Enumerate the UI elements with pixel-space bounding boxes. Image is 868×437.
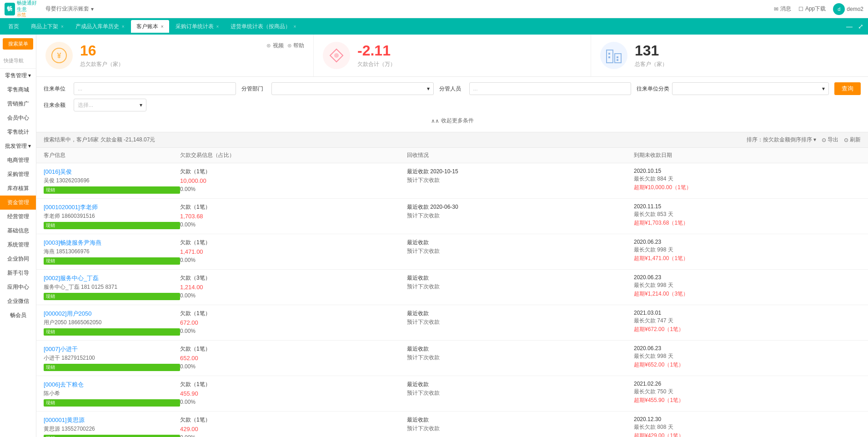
- collapse-button[interactable]: ∧∧ 收起更多条件: [426, 115, 479, 126]
- avatar: d: [833, 3, 845, 15]
- customer-name-link[interactable]: [0001020001]李老师: [44, 203, 180, 211]
- sidebar-item-retail-mall[interactable]: 零售商城: [0, 83, 36, 97]
- refresh-button[interactable]: ⊙ 刷新: [844, 136, 861, 144]
- tab-minimize-btn[interactable]: —: [844, 22, 854, 31]
- next-collection: 预计下次收款: [407, 176, 634, 184]
- sidebar-item-enterprise-collab[interactable]: 企业协同: [0, 252, 36, 266]
- sidebar-search-btn[interactable]: 搜索菜单: [3, 38, 33, 50]
- last-collection: 最近收款: [407, 310, 634, 317]
- overdue-link[interactable]: 超期¥1,471.00（1笔）: [634, 255, 861, 262]
- tab-close-purchase-order[interactable]: ×: [216, 24, 219, 29]
- user-menu[interactable]: d demo2: [833, 3, 863, 15]
- customer-info: [0016]吴俊 吴俊 13026203696 现销: [44, 168, 180, 194]
- overdue-link[interactable]: 超期¥672.00（1笔）: [634, 326, 861, 333]
- overdue-info: 2020.06.23 最长欠款 998 天 超期¥652.00（1笔）: [634, 345, 861, 369]
- stat-video-link[interactable]: ⊙ 视频: [266, 42, 283, 50]
- overdue-info: 2020.06.23 最长欠款 998 天 超期¥1,214.00（3笔）: [634, 274, 861, 298]
- sidebar-item-app-center[interactable]: 应用中心: [0, 280, 36, 294]
- sidebar-item-system[interactable]: 系统管理: [0, 238, 36, 252]
- sidebar-item-basic-info[interactable]: 基础信息: [0, 224, 36, 238]
- customer-name-link[interactable]: [000002]用户2050: [44, 310, 180, 318]
- collection-info: 最近收款 预计下次收款: [407, 239, 634, 255]
- tab-home[interactable]: 首页: [3, 20, 25, 33]
- tab-purchase-stats[interactable]: 进货单统计表（按商品） ×: [225, 20, 301, 33]
- debt-amount: 1,471.00: [180, 248, 407, 255]
- overdue-date: 2020.10.15: [634, 168, 861, 174]
- filter-input-person[interactable]: ...: [469, 82, 632, 95]
- stat-help-link[interactable]: ⊙ 帮助: [287, 42, 304, 50]
- last-collection: 最近收款: [407, 345, 634, 353]
- overdue-link[interactable]: 超期¥1,214.00（3笔）: [634, 290, 861, 298]
- debt-info: 欠款（1笔） 652.00 0.00%: [180, 345, 407, 370]
- sidebar-item-purchase[interactable]: 采购管理: [0, 167, 36, 181]
- sidebar-item-inventory[interactable]: 库存核算: [0, 181, 36, 196]
- customer-tag: 现销: [44, 435, 180, 437]
- sidebar-item-retail-stats[interactable]: 零售统计: [0, 125, 36, 139]
- overdue-days: 最长欠款 998 天: [634, 352, 861, 360]
- sidebar-item-operations[interactable]: 经营管理: [0, 210, 36, 224]
- export-button[interactable]: ⊙ 导出: [822, 136, 838, 144]
- table-row: [0007]小进干 小进干 18279152100 现销 欠款（1笔） 652.…: [36, 341, 868, 376]
- overdue-link[interactable]: 超期¥455.90（1笔）: [634, 397, 861, 404]
- overdue-link[interactable]: 超期¥1,703.68（1笔）: [634, 219, 861, 227]
- collection-info: 最近收款 预计下次收款: [407, 345, 634, 362]
- customer-phone: 李老师 18600391516: [44, 212, 180, 220]
- customer-name-link[interactable]: [0016]吴俊: [44, 168, 180, 176]
- filter-input-unit[interactable]: ...: [74, 82, 236, 95]
- sidebar-item-enterprise-wechat[interactable]: 企业微信: [0, 294, 36, 308]
- tab-bar: 首页 商品上下架 × 产成品入库单历史 × 客户账本 × 采购订单统计表 × 进…: [0, 18, 868, 35]
- overdue-info: 2020.12.30 最长欠款 808 天 超期¥429.00（1笔）: [634, 416, 861, 437]
- overdue-link[interactable]: 超期¥10,000.00（1笔）: [634, 184, 861, 191]
- tab-close-product-shelf[interactable]: ×: [61, 24, 64, 29]
- tab-purchase-order[interactable]: 采购订单统计表 ×: [170, 20, 225, 33]
- filter-select-category[interactable]: ▾: [672, 82, 829, 95]
- debt-amount: 1,214.00: [180, 284, 407, 291]
- app-download-btn[interactable]: ☐ App下载: [798, 5, 826, 13]
- sidebar-item-chang-member[interactable]: 畅会员: [0, 308, 36, 322]
- debt-percent: 0.00%: [180, 186, 407, 192]
- export-icon: ⊙: [822, 137, 826, 143]
- customer-phone: 吴俊 13026203696: [44, 177, 180, 185]
- tab-product-history[interactable]: 产成品入库单历史 ×: [70, 20, 130, 33]
- customer-name-link[interactable]: [0003]畅捷服务尹海燕: [44, 239, 180, 247]
- customer-name-link[interactable]: [000001]黄思源: [44, 416, 180, 424]
- customer-name-link[interactable]: [0002]服务中心_丁磊: [44, 274, 180, 282]
- filter-item-balance: 往来余额 选择... ▾: [44, 99, 189, 111]
- main-layout: 搜索菜单 快捷导航 零售管理 ▾ 零售商城 营销推广 会员中心 零售统计 批发管…: [0, 35, 868, 437]
- sidebar-item-member-center[interactable]: 会员中心: [0, 111, 36, 125]
- message-btn[interactable]: ✉ 消息: [774, 5, 791, 13]
- tab-close-purchase-stats[interactable]: ×: [293, 24, 296, 29]
- filter-select-balance[interactable]: 选择... ▾: [74, 99, 146, 111]
- sidebar-item-new-guide[interactable]: 新手引导: [0, 266, 36, 280]
- overdue-date: 2020.06.23: [634, 274, 861, 281]
- customer-name-link[interactable]: [0006]去下粮仓: [44, 381, 180, 389]
- tab-customer-account[interactable]: 客户账本 ×: [131, 20, 169, 33]
- tab-close-customer-account[interactable]: ×: [161, 24, 164, 29]
- table-row: [0001020001]李老师 李老师 18600391516 现销 欠款（1笔…: [36, 199, 868, 234]
- debt-percent: 0.00%: [180, 399, 407, 405]
- filter-row-2: 往来余额 选择... ▾: [44, 99, 861, 111]
- tab-close-product-history[interactable]: ×: [122, 24, 125, 29]
- sidebar-search: 搜索菜单: [0, 35, 36, 53]
- filter-item-category: 往来单位分类 ▾: [637, 82, 829, 95]
- sidebar-item-finance[interactable]: 资金管理: [0, 196, 36, 210]
- sidebar-item-wholesale-management[interactable]: 批发管理 ▾: [0, 139, 36, 153]
- sidebar-item-marketing[interactable]: 营销推广: [0, 97, 36, 111]
- filter-select-dept[interactable]: ▾: [271, 82, 434, 95]
- sidebar-item-retail-management[interactable]: 零售管理 ▾: [0, 69, 36, 83]
- overdue-link[interactable]: 超期¥429.00（1笔）: [634, 432, 861, 437]
- customer-tag: 现销: [44, 364, 180, 371]
- tab-product-shelf[interactable]: 商品上下架 ×: [25, 20, 69, 33]
- overdue-link[interactable]: 超期¥652.00（1笔）: [634, 361, 861, 369]
- customer-tag: 现销: [44, 257, 180, 265]
- sidebar-item-ecommerce[interactable]: 电商管理: [0, 153, 36, 167]
- overdue-info: 2020.11.15 最长欠款 853 天 超期¥1,703.68（1笔）: [634, 203, 861, 227]
- store-selector[interactable]: 母婴行业演示账套 ▾: [45, 5, 94, 13]
- svg-rect-6: [608, 53, 610, 55]
- debt-info: 欠款（3笔） 1,214.00 0.00%: [180, 274, 407, 299]
- debt-info: 欠款（1笔） 429.00 0.00%: [180, 416, 407, 437]
- customer-tag: 现销: [44, 293, 180, 300]
- tab-maximize-btn[interactable]: ⤢: [856, 22, 865, 31]
- search-button[interactable]: 查询: [834, 82, 861, 95]
- customer-name-link[interactable]: [0007]小进干: [44, 345, 180, 353]
